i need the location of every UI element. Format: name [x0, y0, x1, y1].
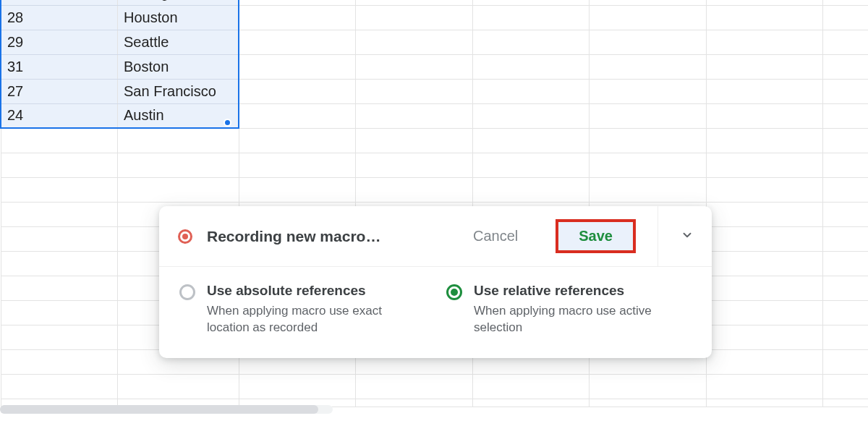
cell[interactable]: Boston [118, 54, 239, 79]
table-row[interactable] [1, 153, 868, 177]
save-button-highlight: Save [556, 219, 636, 253]
table-row[interactable]: 29 Seattle [1, 30, 868, 54]
cell[interactable]: Houston [118, 5, 239, 30]
cell[interactable]: 28 [1, 5, 118, 30]
selection-handle[interactable] [224, 119, 231, 127]
cell[interactable]: San Francisco [118, 79, 239, 103]
chevron-down-icon [681, 229, 694, 242]
table-row[interactable]: 31 Boston [1, 54, 868, 79]
option-absolute-references[interactable]: Use absolute references When applying ma… [179, 283, 432, 336]
table-row[interactable] [1, 177, 868, 202]
table-row[interactable]: 22 Chicago [1, 0, 868, 5]
macro-recorder-dialog: Recording new macro… Cancel Save Use abs… [159, 206, 712, 358]
cell[interactable]: 31 [1, 54, 118, 79]
expand-button[interactable] [673, 229, 702, 244]
cell[interactable]: Austin [118, 103, 239, 128]
cell[interactable]: 22 [1, 0, 118, 5]
radio-unchecked-icon[interactable] [179, 284, 195, 300]
option-title: Use absolute references [207, 283, 402, 299]
cell[interactable]: Chicago [118, 0, 239, 5]
horizontal-scrollbar[interactable] [0, 405, 333, 414]
option-description: When applying macro use active selection [474, 303, 669, 336]
cancel-button[interactable]: Cancel [461, 222, 529, 250]
divider [658, 206, 658, 266]
cell[interactable]: 29 [1, 30, 118, 54]
dialog-title: Recording new macro… [207, 228, 380, 245]
table-row[interactable] [1, 374, 868, 399]
record-icon [178, 229, 192, 244]
cell[interactable]: Seattle [118, 30, 239, 54]
table-row[interactable]: 27 San Francisco [1, 79, 868, 103]
save-button[interactable]: Save [579, 228, 613, 244]
table-row[interactable] [1, 128, 868, 153]
cell[interactable]: 24 [1, 103, 118, 128]
option-title: Use relative references [474, 283, 669, 299]
table-row[interactable]: 24 Austin [1, 103, 868, 128]
cell[interactable]: 27 [1, 79, 118, 103]
option-relative-references[interactable]: Use relative references When applying ma… [446, 283, 699, 336]
radio-checked-icon[interactable] [446, 284, 462, 300]
table-row[interactable]: 28 Houston [1, 5, 868, 30]
option-description: When applying macro use exact location a… [207, 303, 402, 336]
